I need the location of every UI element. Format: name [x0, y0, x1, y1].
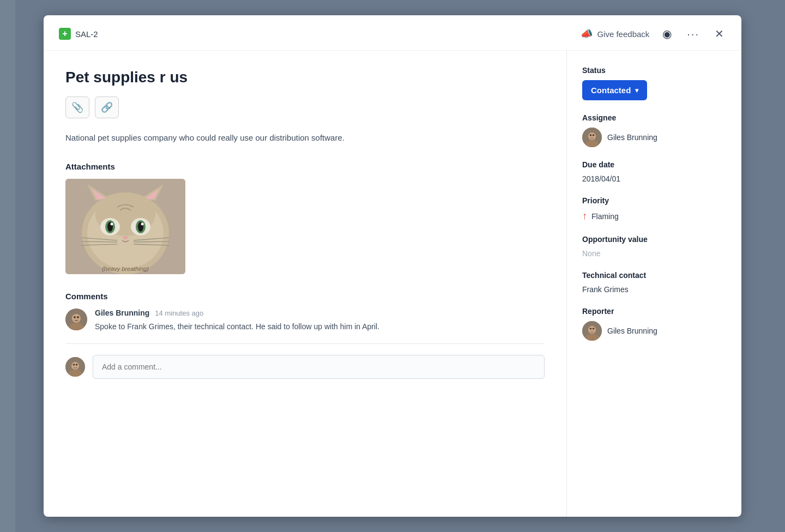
chevron-down-icon: ▾: [635, 87, 638, 94]
give-feedback-button[interactable]: 📣 Give feedback: [581, 28, 649, 40]
priority-field: Priority ↑ Flaming: [582, 196, 726, 222]
opportunity-value-field: Opportunity value None: [582, 235, 726, 258]
modal-dialog: + SAL-2 📣 Give feedback ◉ ··· ✕: [44, 15, 741, 517]
comment-author-avatar: [65, 309, 87, 330]
modal-header: + SAL-2 📣 Give feedback ◉ ··· ✕: [44, 15, 741, 51]
svg-point-32: [76, 364, 78, 366]
sal-plus-icon: +: [59, 28, 71, 40]
eye-icon: ◉: [662, 27, 672, 40]
current-user-avatar: [65, 357, 85, 377]
add-comment-input[interactable]: [93, 355, 545, 379]
status-label: Status: [582, 66, 726, 75]
attachment-image[interactable]: (heavy breathing): [65, 179, 185, 274]
main-content: Pet supplies r us 📎 🔗 National pet suppl…: [44, 51, 567, 517]
comment-text: Spoke to Frank Grimes, their technical c…: [95, 321, 545, 332]
opportunity-value-label: Opportunity value: [582, 235, 726, 244]
svg-point-26: [74, 316, 76, 318]
svg-point-36: [590, 134, 592, 136]
attachments-title: Attachments: [65, 162, 545, 171]
attachments-section: Attachments: [65, 162, 545, 274]
copy-link-button[interactable]: 🔗: [95, 96, 119, 118]
assignee-field: Assignee Giles Brun: [582, 113, 726, 147]
comment-timestamp: 14 minutes ago: [155, 309, 203, 317]
modal-overlay: + SAL-2 📣 Give feedback ◉ ··· ✕: [0, 0, 785, 532]
svg-point-41: [590, 328, 592, 330]
header-right: 📣 Give feedback ◉ ··· ✕: [581, 25, 726, 43]
priority-arrow-icon: ↑: [582, 210, 587, 222]
svg-point-27: [77, 316, 79, 318]
dots-icon: ···: [687, 28, 699, 40]
assignee-row: Giles Brunning: [582, 128, 726, 147]
comment-author-name: Giles Brunning: [95, 309, 149, 317]
technical-contact-value: Frank Grimes: [582, 285, 726, 294]
comment-item: Giles Brunning 14 minutes ago Spoke to F…: [65, 309, 545, 332]
close-icon: ✕: [715, 27, 724, 40]
reporter-avatar-svg: [582, 321, 602, 341]
reporter-label: Reporter: [582, 307, 726, 316]
reporter-avatar: [582, 321, 602, 341]
comment-header: Giles Brunning 14 minutes ago: [95, 309, 545, 317]
issue-id: SAL-2: [75, 29, 98, 39]
paperclip-icon: 📎: [71, 101, 83, 113]
attachment-caption: (heavy breathing): [65, 265, 185, 272]
action-buttons: 📎 🔗: [65, 96, 545, 118]
opportunity-value-text: None: [582, 249, 726, 258]
svg-point-15: [141, 222, 144, 225]
link-icon: 🔗: [101, 101, 113, 113]
megaphone-icon: 📣: [581, 28, 593, 40]
avatar-svg: [65, 309, 87, 330]
svg-point-37: [593, 134, 595, 136]
priority-label: Priority: [582, 196, 726, 205]
add-comment-row: [65, 355, 545, 379]
svg-point-42: [593, 328, 595, 330]
reporter-name: Giles Brunning: [607, 327, 657, 335]
comments-section: Comments: [65, 292, 545, 379]
sidebar: Status Contacted ▾ Assignee: [567, 51, 741, 517]
current-user-avatar-svg: [65, 357, 85, 377]
close-button[interactable]: ✕: [712, 25, 726, 43]
status-value: Contacted: [591, 86, 631, 95]
due-date-field: Due date 2018/04/01: [582, 160, 726, 183]
assignee-avatar: [582, 128, 602, 147]
issue-title: Pet supplies r us: [65, 68, 545, 87]
status-field: Status Contacted ▾: [582, 66, 726, 100]
reporter-field: Reporter Giles Brun: [582, 307, 726, 341]
watch-button[interactable]: ◉: [660, 25, 674, 43]
cat-image-svg: [65, 179, 185, 274]
assignee-name: Giles Brunning: [607, 133, 657, 142]
comment-content: Giles Brunning 14 minutes ago Spoke to F…: [95, 309, 545, 332]
priority-value: Flaming: [591, 212, 619, 221]
svg-point-24: [72, 314, 81, 323]
comments-title: Comments: [65, 292, 545, 301]
bg-strip: [0, 0, 15, 532]
technical-contact-label: Technical contact: [582, 271, 726, 280]
due-date-label: Due date: [582, 160, 726, 169]
priority-row: ↑ Flaming: [582, 210, 726, 222]
more-options-button[interactable]: ···: [685, 26, 702, 43]
svg-point-31: [73, 364, 75, 366]
technical-contact-field: Technical contact Frank Grimes: [582, 271, 726, 294]
svg-point-14: [111, 222, 113, 225]
modal-body: Pet supplies r us 📎 🔗 National pet suppl…: [44, 51, 741, 517]
assignee-avatar-svg: [582, 128, 602, 147]
status-button[interactable]: Contacted ▾: [582, 80, 647, 100]
reporter-row: Giles Brunning: [582, 321, 726, 341]
header-left: + SAL-2: [59, 28, 98, 40]
attach-file-button[interactable]: 📎: [65, 96, 89, 118]
comment-divider: [65, 343, 545, 344]
due-date-value: 2018/04/01: [582, 174, 726, 183]
assignee-label: Assignee: [582, 113, 726, 122]
issue-description: National pet supplies company who could …: [65, 131, 545, 144]
